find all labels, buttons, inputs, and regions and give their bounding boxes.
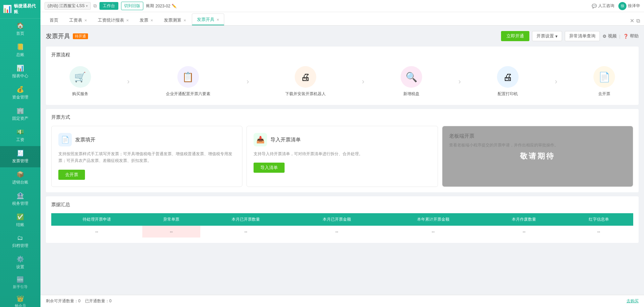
settings-icon: ⚙️ — [17, 255, 24, 263]
sidebar-footer-item-label: 新手引导 — [13, 284, 28, 289]
method-card-desc: 支持导入待开票清单，可对待开票清单进行拆分、合并处理。 — [254, 150, 431, 157]
method-card-btn-import[interactable]: 导入清单 — [254, 163, 285, 173]
method-card-title: 发票填开 — [75, 137, 95, 143]
summary-col-5: 本月作废数量 — [484, 213, 564, 226]
method-card-manual: 📄 发票填开 支持按照发票样式手工填写开发票；可开具增值税电子普通发票、增值税普… — [51, 126, 242, 187]
reports-icon: 📊 — [17, 64, 24, 72]
period-text: 账期 2023-02 ✏️ — [146, 3, 177, 9]
funds-icon: 💰 — [17, 86, 24, 93]
tab-close-icon[interactable]: ✕ — [216, 18, 219, 22]
overlay-text: 敬请期待 — [520, 151, 555, 161]
tab-close-icon[interactable]: ✕ — [183, 19, 186, 22]
help-icon: ❓ — [623, 34, 628, 39]
sidebar-item-label: 固定资产 — [12, 116, 28, 121]
method-card-icon-manual: 📄 — [58, 133, 72, 146]
step-icon-download: 🖨 — [295, 66, 316, 88]
method-card-overlay: 敬请期待 — [442, 126, 633, 187]
help-btn[interactable]: ❓ 帮助 — [623, 33, 639, 39]
consultant-btn[interactable]: 💬 人工咨询 — [592, 3, 614, 9]
step-download: 🖨 下载并安装开票机器人 — [285, 66, 326, 97]
sidebar-item-invoice-mgmt[interactable]: 🧾发票管理 — [0, 146, 40, 167]
tab-label: 发票测算 — [164, 17, 181, 23]
open-settings-button[interactable]: 开票设置 ▾ — [532, 31, 562, 41]
summary-cell-2: -- — [200, 226, 291, 238]
opened-quota: 已开通数量：0 — [85, 299, 112, 303]
sidebar-item-fixed-assets[interactable]: 🏢固定资产 — [0, 104, 40, 125]
summary-cell-6: -- — [564, 226, 633, 238]
restore-tab-icon[interactable]: ⧉ — [636, 18, 640, 24]
sidebar-item-label: 进销台账 — [12, 179, 28, 185]
sidebar-item-settlement[interactable]: ✅结账 — [0, 210, 40, 231]
avatar: 徐 — [618, 2, 626, 10]
workbench-button[interactable]: 工作台 — [99, 2, 118, 10]
tab-label: 首页 — [50, 17, 58, 23]
step-icon-printer: 🖨 — [497, 66, 519, 88]
topbar-right: 💬 人工咨询 徐 徐泽华 — [592, 2, 640, 10]
tab-salary[interactable]: 工资表✕ — [64, 14, 92, 25]
content-area: 发票开具 待开通 立即开通 开票设置 ▾ 异常清单查询 ⚙ 视频 | ❓ 帮助 — [40, 26, 644, 295]
period-edit-icon[interactable]: ✏️ — [172, 4, 177, 8]
view-label: 视频 — [608, 33, 617, 39]
sidebar-footer-item-label: 畅会员 — [15, 303, 26, 307]
tab-close-icon[interactable]: ✕ — [150, 19, 153, 22]
invoice-mgmt-icon: 🧾 — [17, 149, 24, 157]
remaining-quota: 剩余可开通数量：0 — [46, 299, 81, 303]
sidebar-item-salary[interactable]: 💵工资 — [0, 125, 40, 146]
tab-label: 发票开具 — [197, 17, 214, 23]
open-settings-label: 开票设置 — [536, 33, 554, 39]
step-arrow-0: › — [127, 77, 129, 86]
tab-invoice[interactable]: 发票✕ — [135, 14, 158, 25]
abnormal-query-button[interactable]: 异常清单查询 — [565, 31, 600, 41]
method-card-desc: 支持按照发票样式手工填写开发票；可开具增值税电子普通发票、增值税普通发票、增值税… — [58, 150, 235, 164]
tab-label: 发票 — [140, 17, 148, 23]
user-area[interactable]: 徐 徐泽华 — [618, 2, 640, 10]
sidebar-item-archive[interactable]: 🗂归档管理 — [0, 231, 40, 252]
page-title: 发票开具 — [46, 32, 70, 40]
member-icon: 👑 — [17, 295, 24, 302]
sidebar-item-funds[interactable]: 💰资金管理 — [0, 82, 40, 104]
sidebar-footer-item-member[interactable]: 👑畅会员 — [0, 292, 40, 307]
sidebar-item-reports[interactable]: 📊报表中心 — [0, 61, 40, 82]
sidebar-item-ledger[interactable]: 📒总账 — [0, 40, 40, 61]
open-now-button[interactable]: 立即开通 — [501, 31, 529, 41]
tab-close-icon[interactable]: ✕ — [126, 19, 129, 22]
summary-cell-4: -- — [382, 226, 484, 238]
sidebar: 📊 畅捷通易代账 🏠首页📒总账📊报表中心💰资金管理🏢固定资产💵工资🧾发票管理📦进… — [0, 0, 40, 307]
step-tax: 🔍 新增税盘 — [401, 66, 422, 97]
copy-icon[interactable]: ⧉ — [93, 3, 97, 9]
ticket-flow-title: 开票流程 — [51, 52, 633, 58]
buy-link[interactable]: 去购买 — [626, 298, 639, 304]
sidebar-footer-item-guide[interactable]: 🆕新手引导 — [0, 273, 40, 292]
ticket-summary-section: 票据汇总 待处理开票申请异常单票本月已开票数量本月已开票金额本年累计开票金额本月… — [46, 196, 639, 243]
tax-mgmt-icon: 🏦 — [17, 192, 24, 199]
settings-dropdown-icon: ▾ — [555, 34, 558, 39]
tab-invoice-calc[interactable]: 发票测算✕ — [159, 14, 191, 25]
username: 徐泽华 — [628, 3, 640, 9]
method-card-import: 📥 导入开票清单 支持导入待开票清单，可对待开票清单进行拆分、合并处理。 导入清… — [246, 126, 438, 187]
method-card-btn-manual[interactable]: 去开票 — [58, 170, 85, 180]
old-version-button[interactable]: 切到旧版 — [121, 2, 143, 10]
summary-cell-0: -- — [51, 226, 142, 238]
step-arrow-1: › — [246, 77, 249, 86]
topbar: (勿动) 江西服宝-LSS ▾ ⧉ 工作台 切到旧版 账期 2023-02 ✏️… — [40, 0, 644, 12]
sidebar-item-settings[interactable]: ⚙️设置 — [0, 252, 40, 273]
sidebar-logo: 📊 畅捷通易代账 — [0, 0, 40, 19]
tab-home[interactable]: 首页 — [45, 14, 63, 25]
tab-invoice-open[interactable]: 发票开具✕ — [192, 13, 224, 25]
sidebar-item-purchase-sales[interactable]: 📦进销台账 — [0, 167, 40, 189]
settlement-icon: ✅ — [17, 213, 24, 221]
summary-col-4: 本年累计开票金额 — [382, 213, 484, 226]
archive-icon: 🗂 — [17, 234, 23, 242]
tab-salary-stat[interactable]: 工资统计报表✕ — [93, 14, 134, 25]
company-selector[interactable]: (勿动) 江西服宝-LSS ▾ — [45, 2, 91, 10]
period-value: 2023-02 — [155, 4, 170, 8]
ticket-method-section: 开票方式 📄 发票填开 支持按照发票样式手工填写开发票；可开具增值税电子普通发票… — [46, 109, 639, 192]
sidebar-item-home[interactable]: 🏠首页 — [0, 19, 40, 40]
sidebar-item-label: 设置 — [16, 264, 24, 270]
close-tab-icon[interactable]: ✕ — [630, 18, 634, 24]
tab-close-icon[interactable]: ✕ — [84, 19, 87, 22]
view-btn[interactable]: ⚙ 视频 — [603, 33, 617, 39]
main-area: (勿动) 江西服宝-LSS ▾ ⧉ 工作台 切到旧版 账期 2023-02 ✏️… — [40, 0, 644, 307]
sidebar-item-tax-mgmt[interactable]: 🏦税务管理 — [0, 189, 40, 210]
step-label-download: 下载并安装开票机器人 — [285, 91, 326, 97]
